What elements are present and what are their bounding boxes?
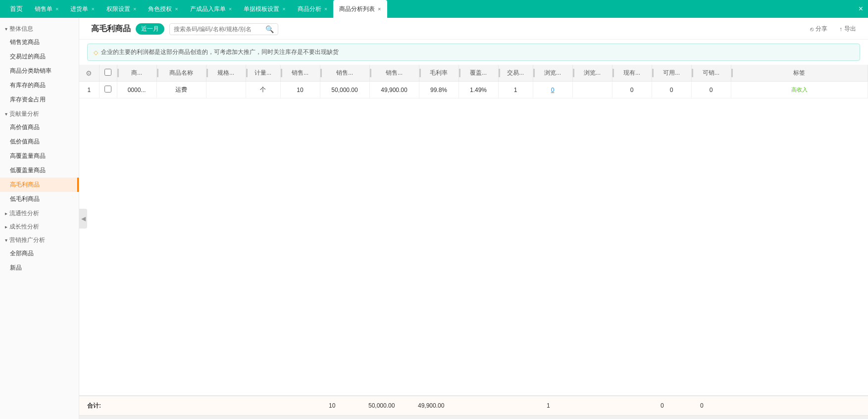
search-icon[interactable]: 🔍 [265, 25, 274, 33]
nav-close-product-in[interactable]: × [229, 6, 232, 12]
cell-coverage: 1.49% [459, 82, 498, 98]
nav-role[interactable]: 角色授权 × [142, 0, 184, 18]
nav-close-permission[interactable]: × [133, 6, 136, 12]
horizontal-scrollbar[interactable] [79, 415, 868, 419]
cell-spec [206, 82, 246, 98]
info-icon: ◇ [94, 49, 98, 56]
sidebar-group-marketing[interactable]: ▾ 营销推广分析 [0, 233, 79, 246]
nav-close-purchase[interactable]: × [91, 6, 94, 12]
sidebar-item-low-coverage[interactable]: 低覆盖量商品 [0, 163, 79, 178]
sidebar: ▾ 整体信息 销售览商品 交易过的商品 商品分类助销率 有库存的商品 库存资金占… [0, 18, 79, 419]
col-spec: 规格... [206, 65, 246, 82]
cell-sales-cost: 49,900.00 [369, 82, 419, 98]
col-sellable: 可销... [691, 65, 731, 82]
col-name: 商品名称 [156, 65, 206, 82]
sidebar-group-growth[interactable]: ▸ 成长性分析 [0, 220, 79, 233]
nav-template[interactable]: 单据模板设置 × [238, 0, 291, 18]
row-checkbox[interactable] [104, 86, 111, 93]
footer-sales-amount: 50,000.00 [365, 402, 415, 409]
col-index: ⚙ [79, 65, 99, 82]
footer-sales-cost: 49,900.00 [415, 402, 464, 409]
content-area: ◀ 高毛利商品 近一月 🔍 ⎋ 分享 ↑ 导出 [79, 18, 868, 419]
nav-purchase[interactable]: 进货单 × [64, 0, 100, 18]
cell-sales-amount: 50,000.00 [320, 82, 369, 98]
cell-trade: 1 [498, 82, 533, 98]
cell-browse2 [572, 82, 612, 98]
search-input[interactable] [174, 26, 265, 33]
cell-sales-qty: 10 [280, 82, 320, 98]
col-gross-rate: 毛利率 [419, 65, 459, 82]
sidebar-collapse-button[interactable]: ◀ [79, 209, 87, 229]
sidebar-item-high-value[interactable]: 高价值商品 [0, 120, 79, 135]
footer-cells: 10 50,000.00 49,900.00 1 0 0 [125, 402, 860, 409]
cell-name[interactable]: 运费 [156, 82, 206, 98]
cell-index: 1 [79, 82, 99, 98]
nav-sales[interactable]: 销售单 × [29, 0, 64, 18]
app-root: 首页 销售单 × 进货单 × 权限设置 × 角色授权 × 产成品入库单 × 单据… [0, 0, 868, 419]
action-buttons: ⎋ 分享 ↑ 导出 [806, 23, 860, 35]
content-header: 高毛利商品 近一月 🔍 ⎋ 分享 ↑ 导出 [79, 18, 868, 40]
cell-current: 0 [612, 82, 652, 98]
export-button[interactable]: ↑ 导出 [835, 23, 860, 35]
nav-close-role[interactable]: × [175, 6, 178, 12]
sidebar-item-all-goods[interactable]: 全部商品 [0, 246, 79, 261]
table-container: ⚙ 商... 商品名称 [79, 65, 868, 395]
cell-checkbox [99, 82, 117, 98]
sidebar-item-low-margin[interactable]: 低毛利商品 [0, 192, 79, 206]
footer-trade: 1 [544, 402, 578, 409]
nav-permission[interactable]: 权限设置 × [101, 0, 142, 18]
sidebar-group-contribution[interactable]: ▾ 贡献量分析 [0, 107, 79, 120]
sidebar-group-overview[interactable]: ▾ 整体信息 [0, 22, 79, 35]
col-checkbox [99, 65, 117, 82]
col-browse2: 浏览... [572, 65, 612, 82]
cell-tag: 高收入 [731, 82, 868, 98]
nav-home[interactable]: 首页 [4, 0, 29, 18]
cell-unit: 个 [246, 82, 280, 98]
browse1-link[interactable]: 0 [551, 87, 555, 93]
arrow-down-icon-2: ▾ [5, 111, 7, 117]
data-table: ⚙ 商... 商品名称 [79, 65, 868, 98]
col-sales-cost: 销售... [369, 65, 419, 82]
sidebar-item-stock-goods[interactable]: 有库存的商品 [0, 78, 79, 93]
sidebar-item-category-sales-rate[interactable]: 商品分类助销率 [0, 64, 79, 78]
page-title: 高毛利商品 [91, 24, 131, 34]
main-layout: ▾ 整体信息 销售览商品 交易过的商品 商品分类助销率 有库存的商品 库存资金占… [0, 18, 868, 419]
cell-sellable: 0 [691, 82, 731, 98]
sidebar-item-new-goods[interactable]: 新品 [0, 261, 79, 275]
search-box: 🔍 [169, 23, 278, 35]
nav-close-template[interactable]: × [282, 6, 285, 12]
col-current: 现有... [612, 65, 652, 82]
nav-close-sales[interactable]: × [55, 6, 58, 12]
col-trade: 交易... [498, 65, 533, 82]
sidebar-item-low-value[interactable]: 低价值商品 [0, 135, 79, 149]
sidebar-item-traded-goods[interactable]: 交易过的商品 [0, 49, 79, 64]
sidebar-item-high-margin[interactable]: 高毛利商品 [0, 178, 79, 192]
sidebar-item-sales-browse[interactable]: 销售览商品 [0, 35, 79, 49]
info-text: 企业的主要的利润都是这部分商品创造的，可考虑加大推广，同时关注库存是不要出现缺货 [101, 48, 339, 56]
cell-browse1[interactable]: 0 [533, 82, 572, 98]
footer-current: 0 [658, 402, 697, 409]
nav-close-goods-analysis[interactable]: × [324, 6, 327, 12]
collapse-icon: ◀ [81, 215, 86, 222]
cell-available: 0 [652, 82, 691, 98]
sidebar-item-high-coverage[interactable]: 高覆盖量商品 [0, 149, 79, 163]
table-header-row: ⚙ 商... 商品名称 [79, 65, 868, 82]
sidebar-group-liquidity[interactable]: ▸ 流通性分析 [0, 206, 79, 220]
filter-recent-month-button[interactable]: 近一月 [136, 23, 164, 35]
select-all-checkbox[interactable] [104, 69, 111, 76]
nav-product-in[interactable]: 产成品入库单 × [184, 0, 238, 18]
share-icon: ⎋ [810, 26, 814, 33]
close-all-button[interactable]: × [859, 4, 863, 13]
nav-goods-analysis[interactable]: 商品分析 × [292, 0, 333, 18]
footer-summary: 合计: 10 50,000.00 49,900.00 1 [79, 395, 868, 415]
top-nav: 首页 销售单 × 进货单 × 权限设置 × 角色授权 × 产成品入库单 × 单据… [0, 0, 868, 18]
col-sales-qty: 销售... [280, 65, 320, 82]
nav-close-goods-list[interactable]: × [378, 6, 381, 12]
col-code: 商... [117, 65, 156, 82]
sidebar-item-stock-capital[interactable]: 库存资金占用 [0, 93, 79, 107]
footer-label: 合计: [87, 402, 117, 410]
cell-gross-rate: 99.8% [419, 82, 459, 98]
gear-icon[interactable]: ⚙ [86, 69, 92, 77]
share-button[interactable]: ⎋ 分享 [806, 23, 831, 35]
nav-goods-list[interactable]: 商品分析列表 × [333, 0, 387, 18]
